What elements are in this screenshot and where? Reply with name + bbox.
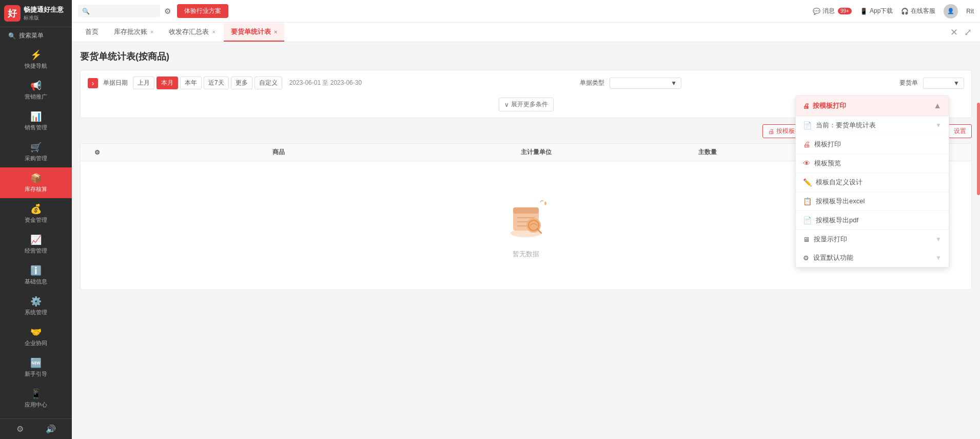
dropdown-section-left-default-func: ⚙ 设置默认功能 (803, 253, 853, 262)
date-btn-5[interactable]: 自定义 (254, 77, 282, 89)
sidebar-search[interactable]: 🔍 搜索菜单 (0, 27, 72, 44)
dropdown-item-label-template-preview: 模板预览 (814, 159, 841, 168)
order-type-select[interactable]: ▼ (610, 78, 681, 89)
print-icon: 🖨 (768, 128, 774, 135)
brand-name: 畅捷通好生意 (24, 6, 64, 14)
notify-item[interactable]: 💬 消息 99+ (813, 7, 852, 15)
topbar: 🔍 ⚙ 体验行业方案 💬 消息 99+ 📱 App下载 🎧 在线客服 👤 Rit (72, 0, 980, 23)
nav-label-system: 系统管理 (25, 309, 47, 316)
dropdown-section-display-print[interactable]: 🖥 按显示打印 ▼ (796, 230, 949, 249)
settings-btn[interactable]: 设置 (948, 124, 972, 138)
yaohuo-label: 要货单 (899, 79, 918, 87)
nav-icon-operations: 📈 (30, 234, 42, 245)
notify-label: 消息 (822, 7, 835, 15)
sidebar-item-wechat[interactable]: 💬企业微信 (0, 414, 72, 418)
sidebar-item-sales[interactable]: 📊销售管理 (0, 106, 72, 137)
dropdown-item-template-design[interactable]: ✏️ 模板自定义设计 (796, 173, 949, 192)
sidebar-footer: ⚙ 🔊 (0, 418, 72, 439)
headset-icon: 🎧 (901, 8, 909, 15)
date-btn-3[interactable]: 近7天 (204, 77, 229, 89)
nav-label-guide: 新手引导 (25, 370, 47, 378)
nav-label-collab: 企业协同 (25, 339, 47, 347)
sidebar-item-inventory[interactable]: 📦库存核算 (0, 167, 72, 198)
sidebar-item-system[interactable]: ⚙️系统管理 (0, 291, 72, 321)
experience-btn[interactable]: 体验行业方案 (177, 4, 228, 18)
sound-icon[interactable]: 🔊 (46, 424, 56, 434)
dropdown-item-export-pdf[interactable]: 📄 按模板导出pdf (796, 211, 949, 230)
sidebar-item-collab[interactable]: 🤝企业协同 (0, 321, 72, 352)
nav-icon-inventory: 📦 (30, 173, 42, 184)
app-download-label: App下载 (870, 7, 893, 15)
sidebar-item-operations[interactable]: 📈经营管理 (0, 229, 72, 260)
nav-label-app: 应用中心 (25, 401, 47, 409)
nav-icon-guide: 🆕 (30, 357, 42, 369)
nav-label-finance: 资金管理 (25, 216, 47, 224)
tab-close-collect-summary[interactable]: × (212, 29, 215, 35)
dropdown-item-icon-export-excel: 📋 (803, 197, 812, 205)
sidebar-item-basic[interactable]: ℹ️基础信息 (0, 260, 72, 291)
date-btn-2[interactable]: 本年 (180, 77, 202, 89)
tabs-bar: 首页库存批次账×收发存汇总表×要货单统计表× ✕ ⤢ (72, 23, 980, 42)
search-label: 搜索菜单 (19, 31, 44, 40)
dropdown-item-icon-template-print: 🖨 (803, 140, 810, 148)
online-service-item[interactable]: 🎧 在线客服 (901, 7, 935, 15)
sidebar-item-quick-nav[interactable]: ⚡快捷导航 (0, 44, 72, 75)
dropdown-section-icon-display-print: 🖥 (803, 236, 810, 243)
tab-order-stats[interactable]: 要货单统计表× (224, 23, 284, 42)
dropdown-section-icon-default-func: ⚙ (803, 254, 809, 262)
close-all-btn[interactable]: ✕ (948, 26, 960, 39)
filter-toggle-btn[interactable]: › (88, 78, 98, 88)
sidebar-logo: 好 畅捷通好生意 标准版 (0, 0, 72, 27)
dropdown-item-label-template-design: 模板自定义设计 (816, 178, 863, 187)
yaohuo-select[interactable]: ▼ (923, 78, 964, 89)
topbar-settings-icon[interactable]: ⚙ (164, 7, 171, 16)
current-arrow-icon: ▼ (935, 122, 942, 129)
dropdown-item-left-export-excel: 📋 按模板导出excel (803, 197, 865, 206)
date-btn-0[interactable]: 上月 (133, 77, 154, 89)
page-content: 要货单统计表(按商品) › 单据日期 上月本月本年近7天更多自定义 2023-0… (72, 42, 980, 439)
dropdown-section-default-func[interactable]: ⚙ 设置默认功能 ▼ (796, 249, 949, 267)
tab-close-order-stats[interactable]: × (274, 29, 277, 35)
sidebar-item-marketing[interactable]: 📢营销推广 (0, 75, 72, 106)
nav-icon-marketing: 📢 (30, 80, 42, 91)
sidebar-item-app[interactable]: 📱应用中心 (0, 383, 72, 414)
dropdown-item-template-preview[interactable]: 👁 模板预览 (796, 154, 949, 173)
avatar[interactable]: 👤 (944, 4, 958, 18)
yaohuo-arrow-icon: ▼ (953, 80, 959, 87)
dropdown-item-left-template-preview: 👁 模板预览 (803, 159, 841, 168)
maximize-btn[interactable]: ⤢ (962, 26, 974, 39)
notify-badge: 99+ (838, 8, 852, 14)
sidebar-item-guide[interactable]: 🆕新手引导 (0, 352, 72, 383)
dropdown-close-btn[interactable]: ▲ (933, 101, 942, 110)
dropdown-sections: 🖥 按显示打印 ▼ ⚙ 设置默认功能 ▼ (796, 230, 949, 267)
topbar-search[interactable]: 🔍 (78, 5, 160, 17)
dropdown-item-export-excel[interactable]: 📋 按模板导出excel (796, 192, 949, 211)
tab-home[interactable]: 首页 (78, 23, 106, 42)
dropdown-current-item[interactable]: 📄 当前：要货单统计表 ▼ (796, 116, 949, 135)
notify-icon: 💬 (813, 8, 820, 15)
settings-icon[interactable]: ⚙ (16, 424, 24, 434)
table-header-3: 主数量 (622, 148, 793, 157)
app-download-item[interactable]: 📱 App下载 (860, 7, 893, 15)
print-dropdown: 🖨 按模板打印 ▲ 📄 当前：要货单统计表 ▼ 🖨 模板打印 👁 模板预览 ✏️… (795, 96, 949, 268)
tab-inventory-batch[interactable]: 库存批次账× (107, 23, 161, 42)
date-btn-1[interactable]: 本月 (156, 77, 178, 89)
dropdown-item-label-template-print: 模板打印 (814, 140, 841, 149)
table-header-2: 主计量单位 (450, 148, 622, 157)
date-btn-4[interactable]: 更多 (231, 77, 252, 89)
right-scrollbar[interactable] (977, 103, 980, 195)
empty-icon (500, 192, 552, 243)
tab-close-inventory-batch[interactable]: × (150, 29, 153, 35)
logo-icon: 好 (4, 5, 21, 22)
sidebar-item-finance[interactable]: 💰资金管理 (0, 198, 72, 229)
settings-label: 设置 (954, 127, 966, 136)
sidebar-item-purchase[interactable]: 🛒采购管理 (0, 137, 72, 167)
dropdown-title: 按模板打印 (813, 101, 846, 110)
dropdown-item-label-export-excel: 按模板导出excel (816, 197, 865, 206)
nav-icon-sales: 📊 (30, 111, 42, 122)
page-title: 要货单统计表(按商品) (80, 50, 972, 63)
expand-btn[interactable]: ∨ 展开更多条件 (499, 98, 554, 111)
tab-collect-summary[interactable]: 收发存汇总表× (162, 23, 222, 42)
main-area: 🔍 ⚙ 体验行业方案 💬 消息 99+ 📱 App下载 🎧 在线客服 👤 Rit (72, 0, 980, 439)
dropdown-item-template-print[interactable]: 🖨 模板打印 (796, 135, 949, 154)
